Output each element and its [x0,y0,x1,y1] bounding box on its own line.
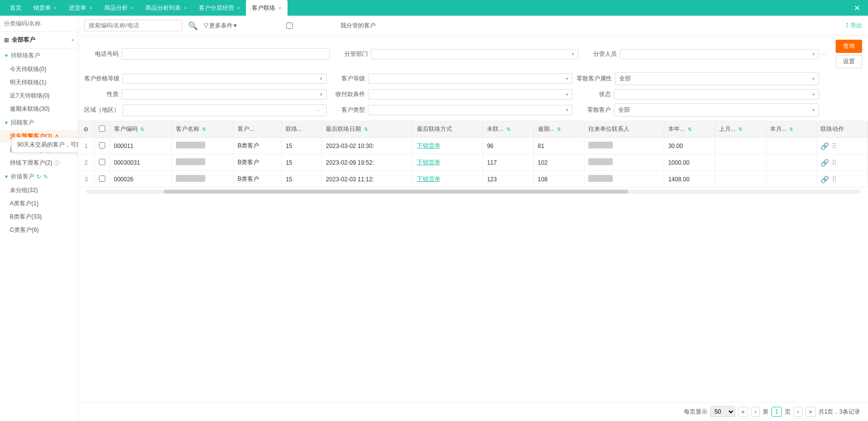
close-tab-purchase-icon[interactable]: × [89,5,92,11]
search-input[interactable] [84,20,182,31]
refresh-icon[interactable]: ↻ [36,173,41,180]
method-link[interactable]: 下销货单 [417,159,440,166]
region-select[interactable]: ··· [122,104,327,116]
more-region-options-icon[interactable]: ··· [313,107,322,114]
sidebar-item-overdue[interactable]: 逾期未联络(30) [0,102,78,116]
payment-select[interactable]: ▾ [368,89,573,99]
sidebar-item-tomorrow[interactable]: 明天待联络(1) [0,76,78,89]
next-page-button[interactable]: › [794,407,802,417]
scatter-attribute-select[interactable]: 全部 ▾ [615,72,819,85]
method-link[interactable]: 下销货单 [417,175,440,182]
sidebar-item-7days[interactable]: 近7天待联络(0) [0,89,78,102]
sidebar-item-class-b[interactable]: B类客户(33) [0,210,78,223]
scrollbar-thumb[interactable] [164,190,628,194]
total-records: 共1页，3条记录 [819,408,860,416]
cell-contact-num: 15 [282,171,322,188]
nature-select[interactable]: ▾ [121,89,327,99]
tab-customer-segmentation[interactable]: 客户分层经营 × [193,0,246,16]
query-button[interactable]: 查询 [836,40,862,53]
sidebar-item-class-c[interactable]: C类客户(6) [0,223,78,237]
export-button[interactable]: ⤴ 导出 [845,22,862,30]
scatter-customer-select[interactable]: 全部 ▾ [614,103,819,117]
current-page: 1 [772,407,782,417]
cell-name [171,138,233,154]
sidebar-group-pending-contact[interactable]: ▼ 待联络客户 [0,49,78,63]
prev-page-button[interactable]: ‹ [751,407,760,417]
price-level-select[interactable]: ▾ [122,74,327,84]
sidebar-item-class-a[interactable]: A类客户(1) [0,197,78,210]
first-page-button[interactable]: « [738,407,748,417]
close-tab-product-analysis-list-icon[interactable]: × [184,5,187,11]
sidebar-group-value-customers[interactable]: ▼ 价值客户 ↻ ✎ [0,170,78,184]
more-action-icon[interactable]: ⠿ [832,159,837,167]
close-tab-customer-contact-icon[interactable]: × [278,5,281,11]
cell-this-year: 1000.00 [664,154,715,171]
cell-code: 000011 [110,138,171,154]
customer-type-select[interactable]: ▾ [368,105,573,115]
cell-this-month [766,154,817,171]
person-select[interactable]: ▾ [620,49,819,59]
info-icon-2: ⓘ [54,159,60,167]
tab-customer-contact[interactable]: 客户联络 × [246,0,287,16]
select-all-checkbox[interactable] [99,125,105,132]
contact-action-icon[interactable]: 🔗 [820,159,829,167]
status-select[interactable]: ▾ [614,89,819,99]
method-link[interactable]: 下销货单 [417,142,440,149]
more-options-icon[interactable]: ··· [819,50,828,57]
last-page-button[interactable]: » [805,407,816,417]
contact-action-icon[interactable]: 🔗 [820,142,829,150]
page-size-select[interactable]: 50 100 [710,406,735,417]
my-customers-checkbox[interactable] [241,23,338,29]
filter-region: 区域（地区） ··· [84,104,327,116]
edit-icon[interactable]: ✎ [43,173,48,180]
arrow-icon-2: ▼ [4,120,9,125]
more-action-icon[interactable]: ⠿ [832,175,837,183]
horizontal-scrollbar[interactable] [86,190,860,194]
search-button[interactable]: 🔍 [186,21,200,30]
arrow-icon: ▼ [4,53,9,58]
cell-type: B类客户 [233,171,281,188]
cell-unlinked: 123 [483,171,534,188]
sidebar-item-declining[interactable]: 持续下滑客户(2) ⓘ [0,156,78,170]
dept-select[interactable]: ▾ [371,49,579,59]
collapse-icon: « [71,37,74,43]
tab-sales[interactable]: 销货单 × [27,0,63,16]
settings-button[interactable]: 设置 [836,55,862,68]
cell-type: B类客户 [233,154,281,171]
sidebar-item-today[interactable]: 今天待联络(0) [0,63,78,76]
phone-input[interactable] [121,48,330,60]
cell-code: 00030031 [110,154,171,171]
close-tab-sales-icon[interactable]: × [54,5,57,11]
close-tab-customer-segmentation-icon[interactable]: × [237,5,240,11]
tab-product-analysis[interactable]: 商品分析 × [98,0,140,16]
sidebar-group-churn[interactable]: ▼ 回顾客户 [0,116,78,130]
row-checkbox[interactable] [99,142,105,149]
cell-last-month [715,171,766,188]
tab-purchase[interactable]: 进货单 × [63,0,98,16]
filter-icon: ▽ [204,22,208,29]
cell-contact-person [584,138,664,154]
tab-home[interactable]: 首页 [4,0,27,16]
row-checkbox[interactable] [99,159,105,165]
contact-action-icon[interactable]: 🔗 [820,175,829,183]
col-settings[interactable]: ⚙ [78,121,94,138]
row-checkbox[interactable] [99,175,105,182]
cell-this-year: 1408.00 [664,171,715,188]
customer-level-select[interactable]: ▾ [368,74,573,84]
sidebar-item-ungrouped[interactable]: 未分组(32) [0,184,78,197]
sidebar-search-input[interactable] [4,20,77,27]
main-layout: 🔍 ⊞ 全部客户 « ▼ 待联络客户 今天待联络(0) 明天待联络(1) 近7天… [0,16,868,421]
more-action-icon[interactable]: ⠿ [832,142,837,150]
sidebar-all-customers[interactable]: ⊞ 全部客户 « [0,32,78,49]
more-conditions-button[interactable]: ▽ 更多条件 ▾ [204,22,237,30]
tab-product-analysis-list[interactable]: 商品分析列表 × [140,0,193,16]
close-tab-product-analysis-icon[interactable]: × [131,5,134,11]
customer-table: ⚙ 客户编码 ⇅ 客户名称 ⇅ 客户... [78,121,868,188]
cell-this-month [766,138,817,154]
cell-contact-num: 15 [282,154,322,171]
close-app-button[interactable]: ✕ [850,1,864,15]
cell-action: 🔗 ⠿ [817,138,868,154]
settings-icon[interactable]: ⚙ [83,126,89,133]
sort-icon-5: ⇅ [557,126,561,132]
col-customer-code: 客户编码 ⇅ [110,121,171,138]
